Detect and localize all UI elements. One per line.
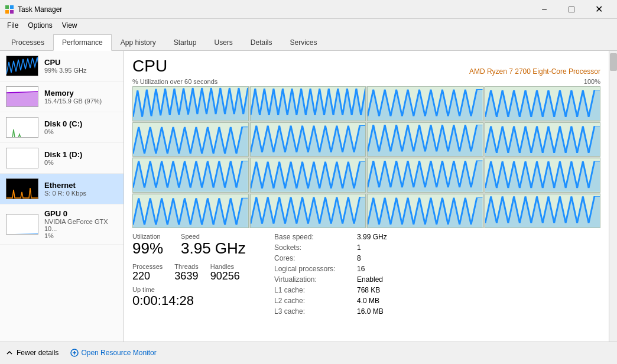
detail-val-l3: 16.0 MB xyxy=(357,307,384,316)
window-title: Task Manager xyxy=(18,5,531,14)
cpu-core-12 xyxy=(485,158,601,193)
sidebar-item-cpu[interactable]: CPU 99% 3.95 GHz xyxy=(0,51,124,82)
tab-processes[interactable]: Processes xyxy=(2,34,53,50)
tab-users[interactable]: Users xyxy=(205,34,241,50)
minimize-button[interactable]: − xyxy=(531,0,558,19)
sidebar-item-disk0[interactable]: Disk 0 (C:) 0% xyxy=(0,112,124,143)
uptime-group: Up time 0:00:14:28 xyxy=(132,286,262,308)
gpu-name: GPU 0 xyxy=(44,209,118,218)
detail-val-cores: 8 xyxy=(357,254,361,262)
menu-file[interactable]: File xyxy=(2,20,23,31)
cpu-core-10 xyxy=(250,158,366,193)
sidebar: CPU 99% 3.95 GHz Memory 15.4/15.9 GB (97… xyxy=(0,51,124,342)
utilization-group: Utilization 99% xyxy=(132,233,163,257)
detail-key-sockets: Sockets: xyxy=(274,243,357,252)
processes-value: 220 xyxy=(132,270,163,282)
sidebar-item-disk1[interactable]: Disk 1 (D:) 0% xyxy=(0,143,124,174)
menu-options[interactable]: Options xyxy=(23,20,57,31)
handles-label: Handles xyxy=(210,263,240,270)
disk1-name: Disk 1 (D:) xyxy=(44,150,118,159)
utilization-value: 99% xyxy=(132,240,163,257)
threads-label: Threads xyxy=(174,263,198,270)
detail-key-basespeed: Base speed: xyxy=(274,233,357,241)
window-controls: − □ ✕ xyxy=(531,0,612,19)
disk1-info: Disk 1 (D:) 0% xyxy=(44,150,118,166)
detail-l1: L1 cache: 768 KB xyxy=(274,286,600,294)
processes-label: Processes xyxy=(132,263,163,270)
detail-basespeed: Base speed: 3.99 GHz xyxy=(274,233,600,241)
ethernet-mini-chart xyxy=(6,178,38,199)
stats-right: Base speed: 3.99 GHz Sockets: 1 Cores: 8… xyxy=(262,233,600,318)
cpu-core-14 xyxy=(250,194,366,229)
cpu-name: CPU xyxy=(44,58,118,67)
fewer-details-button[interactable]: Fewer details xyxy=(6,349,59,357)
threads-value: 3639 xyxy=(174,270,198,282)
ethernet-detail: S: 0 R: 0 Kbps xyxy=(44,190,118,197)
cpu-core-16 xyxy=(485,194,601,229)
uptime-value: 0:00:14:28 xyxy=(132,293,262,308)
ethernet-name: Ethernet xyxy=(44,181,118,190)
detail-l2: L2 cache: 4.0 MB xyxy=(274,297,600,305)
detail-virt: Virtualization: Enabled xyxy=(274,275,600,284)
sidebar-item-memory[interactable]: Memory 15.4/15.9 GB (97%) xyxy=(0,82,124,112)
memory-detail: 15.4/15.9 GB (97%) xyxy=(44,98,118,105)
svg-marker-4 xyxy=(7,92,38,107)
cpu-processor: AMD Ryzen 7 2700 Eight-Core Processor xyxy=(469,67,600,76)
tab-startup[interactable]: Startup xyxy=(165,34,206,50)
ethernet-info: Ethernet S: 0 R: 0 Kbps xyxy=(44,181,118,197)
detail-val-sockets: 1 xyxy=(357,243,361,252)
cpu-core-13 xyxy=(132,194,249,229)
scrollbar-thumb[interactable] xyxy=(610,53,617,71)
tab-details[interactable]: Details xyxy=(242,34,281,50)
processes-group: Processes 220 xyxy=(132,263,163,282)
chevron-up-icon xyxy=(6,349,13,356)
disk0-mini-chart xyxy=(6,117,38,138)
memory-name: Memory xyxy=(44,89,118,98)
threads-group: Threads 3639 xyxy=(174,263,198,282)
speed-value: 3.95 GHz xyxy=(181,240,246,257)
resource-monitor-icon xyxy=(70,349,79,357)
detail-l3: L3 cache: 16.0 MB xyxy=(274,307,600,316)
menu-view[interactable]: View xyxy=(57,20,82,31)
sidebar-item-ethernet[interactable]: Ethernet S: 0 R: 0 Kbps xyxy=(0,174,124,204)
cpu-chart-grid: // Generate 16 wave cells function makeW… xyxy=(132,86,600,228)
maximize-button[interactable]: □ xyxy=(558,0,585,19)
detail-logical: Logical processors: 16 xyxy=(274,265,600,273)
cpu-core-8 xyxy=(485,122,601,157)
cpu-core-5 xyxy=(132,122,249,157)
open-resource-monitor-label: Open Resource Monitor xyxy=(81,349,156,357)
cpu-title: CPU xyxy=(132,57,167,76)
svg-rect-2 xyxy=(5,10,9,14)
tab-app-history[interactable]: App history xyxy=(112,34,165,50)
detail-val-virt: Enabled xyxy=(357,275,383,284)
close-button[interactable]: ✕ xyxy=(585,0,612,19)
cpu-core-1 xyxy=(132,86,249,121)
cpu-core-4 xyxy=(485,86,601,121)
sidebar-item-gpu[interactable]: GPU 0 NVIDIA GeForce GTX 10... 1% xyxy=(0,204,124,245)
disk0-info: Disk 0 (C:) 0% xyxy=(44,119,118,135)
disk1-mini-chart xyxy=(6,148,38,168)
detail-val-l2: 4.0 MB xyxy=(357,297,379,305)
tab-bar: Processes Performance App history Startu… xyxy=(0,32,617,51)
gpu-detail2: 1% xyxy=(44,232,118,239)
open-resource-monitor-link[interactable]: Open Resource Monitor xyxy=(70,349,156,357)
tab-performance[interactable]: Performance xyxy=(53,34,112,51)
gpu-info: GPU 0 NVIDIA GeForce GTX 10... 1% xyxy=(44,209,118,239)
detail-cores: Cores: 8 xyxy=(274,254,600,262)
scrollbar[interactable] xyxy=(609,51,617,342)
chart-labels: % Utilization over 60 seconds 100% xyxy=(132,78,600,85)
tab-services[interactable]: Services xyxy=(281,34,326,50)
cpu-detail: 99% 3.95 GHz xyxy=(44,67,118,74)
title-bar: Task Manager − □ ✕ xyxy=(0,0,617,19)
handles-value: 90256 xyxy=(210,270,240,282)
detail-val-l1: 768 KB xyxy=(357,286,380,294)
disk0-detail: 0% xyxy=(44,128,118,135)
speed-group: Speed 3.95 GHz xyxy=(181,233,246,257)
svg-rect-3 xyxy=(10,10,14,14)
handles-group: Handles 90256 xyxy=(210,263,240,282)
cpu-info: CPU 99% 3.95 GHz xyxy=(44,58,118,74)
cpu-core-15 xyxy=(367,194,483,229)
disk1-detail: 0% xyxy=(44,159,118,166)
memory-info: Memory 15.4/15.9 GB (97%) xyxy=(44,89,118,105)
cpu-core-9 xyxy=(132,158,249,193)
